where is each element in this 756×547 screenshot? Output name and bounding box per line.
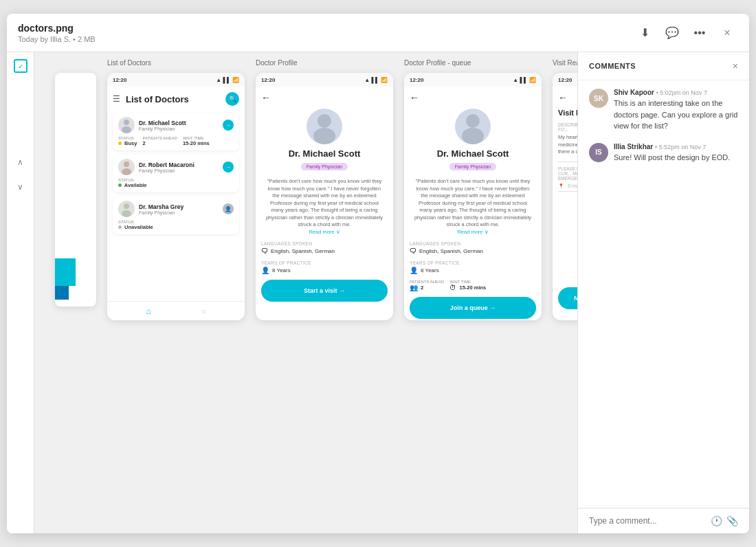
doctor-profile-queue-wrapper: Doctor Profile - queue 12:20 ▲ ▌▌ 📶 ← [404, 73, 542, 320]
status-busy-dot [118, 142, 122, 145]
doctor2-specialty: Family Physician [139, 168, 194, 173]
close-button[interactable]: × [716, 22, 738, 44]
patients-label: PATIENTS AHEAD [142, 136, 177, 140]
screen1-label: List of Doctors [107, 59, 151, 67]
circle-nav-icon[interactable]: ○ [201, 306, 205, 316]
visit-reason-title: Visit Reas... [558, 109, 577, 117]
visit-reason-wrapper: Visit Reason 12:20 ▲ ▌▌ 📶 ← Visit Reas..… [553, 73, 577, 320]
queue-wait-icon: ⏱ [449, 284, 456, 291]
home-nav-icon[interactable]: ⌂ [146, 306, 151, 316]
visit-reason-content: ← Visit Reas... DESCRIBE YOUR REASON FO.… [553, 87, 577, 203]
comment-item: SK Shiv Kapoor • 5:02pm on Nov 7 This is… [589, 89, 738, 132]
doctor1-patients: 2 [142, 140, 177, 146]
screen3-time: 12:20 [410, 77, 423, 83]
visit-cta-area: N... [553, 287, 577, 309]
comments-header: COMMENTS × [578, 52, 749, 80]
download-button[interactable]: ⬇ [634, 22, 656, 44]
comment1-author: Shiv Kapoor [614, 89, 654, 96]
comment2-initials: IS [595, 148, 601, 156]
address-input-fake: 📍 Enter your address... [558, 183, 577, 192]
doctor3-name: Dr. Marsha Grey [139, 203, 184, 210]
join-queue-button[interactable]: Join a queue → [410, 297, 536, 319]
screen3-content: ← Dr. Michael Scott Family Physician "Pa… [404, 87, 542, 320]
screen2-icons: ▲ ▌▌ 📶 [364, 77, 388, 83]
more-button[interactable]: ••• [689, 22, 711, 44]
doctor3-status: Unavailable [118, 224, 153, 230]
status-available-dot [118, 183, 122, 187]
doctor3-info: Dr. Marsha Grey Family Physician [139, 203, 184, 215]
queue-patients-group: PATIENTS AHEAD 👥 2 [410, 280, 444, 291]
back-button2[interactable]: ← [410, 92, 536, 103]
linkedin-block [55, 286, 69, 300]
screen3-label: Doctor Profile - queue [404, 59, 471, 67]
describe-text: My heart is broken by medicine to cure m… [558, 134, 577, 156]
doctor2-action-btn[interactable]: → [223, 161, 234, 172]
list-item: Dr. Marsha Grey Family Physician 👤 STATU… [113, 197, 239, 234]
comment2-text: Sure! Will post the design by EOD. [614, 152, 738, 164]
years-label2: YEARS OF PRACTICE [410, 260, 536, 265]
svg-point-9 [462, 128, 484, 144]
queue-wait-value: 15-20 mins [459, 284, 486, 291]
file-title: doctors.png [18, 23, 634, 34]
visit-cta-button[interactable]: N... [558, 287, 577, 309]
attachment-icon[interactable]: 📎 [726, 515, 738, 526]
comment1-body: Shiv Kapoor • 5:02pm on Nov 7 This is an… [614, 89, 738, 132]
doctor1-patients-group: PATIENTS AHEAD 2 [142, 136, 177, 146]
screen2-time: 12:20 [261, 77, 275, 83]
doctor1-action-btn[interactable]: → [223, 120, 234, 131]
comment2-body: Illia Strikhar • 5:52pm on Nov 7 Sure! W… [614, 143, 738, 164]
doctor2-status-group: STATUS Available [118, 178, 146, 188]
comment-action-icons: 🕐 📎 [711, 515, 738, 526]
queue-wait-group: WAIT TIME ⏱ 15-20 mins [449, 280, 486, 291]
left-sidebar: ✓ ∧ ∨ [7, 52, 34, 533]
screen4-status-bar: 12:20 ▲ ▌▌ 📶 [553, 73, 577, 87]
comment-button[interactable]: 💬 [661, 22, 683, 44]
collapse-up-icon[interactable]: ∧ [11, 153, 30, 172]
comment-input-field[interactable] [589, 516, 705, 526]
doctor1-status-group: STATUS Busy [118, 136, 137, 146]
list-item: Dr. Robert Macaroni Family Physician → S… [113, 155, 239, 192]
languages-icon2: 🗨 [410, 247, 416, 255]
doctor2-status: Available [118, 182, 146, 188]
screens-container: List of Doctors 12:20 ▲ ▌▌ 📶 ☰ List of D… [48, 66, 564, 327]
back-button[interactable]: ← [261, 92, 388, 103]
years-row: 👤 8 Years [261, 267, 388, 274]
screen1-title: List of Doctors [126, 94, 189, 104]
doctor2-bottom: STATUS Available [118, 178, 234, 188]
file-meta: Today by Illia S. • 2 MB [18, 35, 634, 43]
check-icon[interactable]: ✓ [14, 59, 27, 73]
list-doctors-wrapper: List of Doctors 12:20 ▲ ▌▌ 📶 ☰ List of D… [107, 73, 245, 320]
languages-section: LANGUAGES SPOKEN 🗨 English, Spanish, Ger… [261, 241, 388, 255]
screen2-label: Doctor Profile [256, 59, 298, 67]
doctor1-status: Busy [118, 140, 137, 146]
read-more-link2[interactable]: Read more ∨ [457, 229, 488, 235]
doctor2-avatar [118, 159, 135, 175]
comment-item: IS Illia Strikhar • 5:52pm on Nov 7 Sure… [589, 143, 738, 164]
search-button[interactable]: 🔍 [225, 92, 239, 106]
doctor1-avatar [118, 117, 135, 133]
screen3-icons: ▲ ▌▌ 📶 [513, 77, 536, 83]
app-window: doctors.png Today by Illia S. • 2 MB ⬇ 💬… [7, 14, 749, 533]
back-button3[interactable]: ← [558, 92, 577, 103]
svg-point-0 [124, 120, 129, 125]
start-visit-button[interactable]: Start a visit → [261, 280, 388, 302]
screen2-phone: 12:20 ▲ ▌▌ 📶 ← Dr. Michael Scott Family … [256, 73, 393, 320]
canvas-area[interactable]: List of Doctors 12:20 ▲ ▌▌ 📶 ☰ List of D… [34, 52, 577, 533]
doctor3-bottom: STATUS Unavailable [118, 220, 234, 230]
clock-icon[interactable]: 🕐 [711, 515, 722, 526]
screen1-header: ☰ List of Doctors 🔍 [113, 92, 239, 106]
doctor2-info: Dr. Robert Macaroni Family Physician [139, 161, 194, 173]
years-value: 8 Years [272, 267, 291, 274]
svg-point-6 [318, 114, 331, 128]
title-bar: doctors.png Today by Illia S. • 2 MB ⬇ 💬… [7, 14, 749, 52]
svg-point-3 [122, 168, 131, 175]
comment2-author: Illia Strikhar [614, 143, 653, 150]
address-label: PLEASE PROVIDE YOUR CUR... MEDICAL EMERG… [558, 166, 577, 181]
screen3-phone: 12:20 ▲ ▌▌ 📶 ← Dr. Michael Scott Family … [404, 73, 542, 320]
status-unavailable-dot [118, 225, 122, 229]
screen1-icons: ▲ ▌▌ 📶 [216, 77, 239, 83]
list-item: Dr. Michael Scott Family Physician → STA… [113, 113, 239, 150]
comments-close-button[interactable]: × [733, 60, 738, 71]
read-more-link[interactable]: Read more ∨ [309, 229, 340, 235]
collapse-down-icon[interactable]: ∨ [11, 177, 30, 197]
